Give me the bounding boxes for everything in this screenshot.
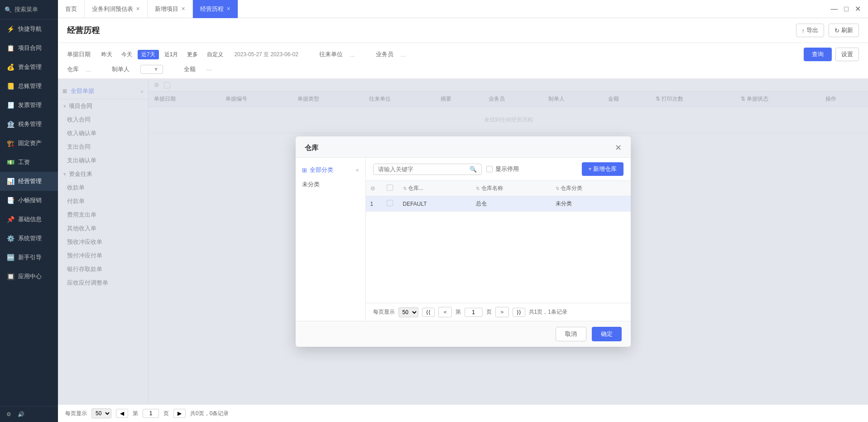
refresh-label: 刷新: [841, 26, 853, 34]
modal-page-suffix: 页: [486, 308, 492, 316]
sidebar-item-tax[interactable]: 🏦 税务管理: [0, 115, 58, 134]
modal-collapse-icon[interactable]: «: [356, 167, 359, 173]
date-tab-more[interactable]: 更多: [183, 50, 201, 59]
export-icon: ↑: [802, 27, 805, 34]
modal-body: ⊞ 全部分类 « 未分类: [296, 158, 631, 321]
bottom-bar: 每页显示 50 ◀ 第 页 ▶ 共0页，0条记录: [58, 404, 868, 422]
sort-icon-code[interactable]: ⇅: [403, 186, 407, 191]
guide-icon: 🆕: [6, 253, 14, 262]
tab-new-project[interactable]: 新增项目 ✕: [148, 0, 193, 18]
category-label: 未分类: [302, 181, 320, 188]
refresh-button[interactable]: ↻ 刷新: [829, 24, 859, 37]
modal-all-categories[interactable]: ⊞ 全部分类 «: [296, 162, 365, 178]
page-actions: ↑ 导出 ↻ 刷新: [796, 24, 859, 37]
tab-home[interactable]: 首页: [58, 0, 85, 18]
modal-search-box[interactable]: 🔍: [373, 164, 482, 175]
sort-icon-name[interactable]: ⇅: [476, 186, 480, 191]
sidebar-item-project-contract[interactable]: 📋 项目合同: [0, 39, 58, 58]
maximize-button[interactable]: □: [844, 5, 849, 13]
modal-last-page-btn[interactable]: ⟩⟩: [513, 308, 525, 317]
tab-profit-close[interactable]: ✕: [136, 6, 140, 12]
date-tab-today[interactable]: 今天: [118, 50, 136, 59]
bottom-total-label: 共0页，0条记录: [190, 410, 229, 417]
modal-gear-icon[interactable]: ⚙: [370, 185, 375, 192]
sidebar-item-label: 固定资产: [18, 139, 42, 147]
sidebar-item-invoice[interactable]: 🧾 发票管理: [0, 96, 58, 115]
date-tab-7days[interactable]: 近7天: [138, 50, 159, 59]
modal-search-input[interactable]: [378, 166, 467, 173]
modal-select-all-checkbox[interactable]: [387, 184, 393, 191]
audio-icon[interactable]: 🔊: [18, 411, 24, 417]
bottom-page-size-select[interactable]: 50: [91, 408, 111, 418]
sidebar-item-business[interactable]: 📊 经营管理: [0, 172, 58, 191]
modal-page-label: 第: [456, 308, 461, 316]
bottom-page-suffix: 页: [163, 410, 169, 417]
maker-select[interactable]: ▼: [140, 65, 163, 74]
sort-icon-category[interactable]: ⇅: [556, 186, 559, 191]
modal-next-page-btn[interactable]: ＞: [495, 307, 509, 317]
row-name: 总仓: [471, 196, 551, 212]
sidebar-item-label: 基础信息: [18, 215, 42, 223]
sidebar-item-xiaochang[interactable]: 📑 小畅报销: [0, 191, 58, 210]
export-label: 导出: [806, 26, 818, 34]
bottom-prev-btn[interactable]: ◀: [116, 409, 128, 418]
all-categories-label: 全部分类: [310, 166, 333, 174]
goto-unit-dots[interactable]: ...: [350, 51, 355, 58]
setting-button[interactable]: 设置: [835, 48, 859, 61]
row-select-checkbox[interactable]: [387, 200, 393, 206]
sidebar-item-label: 应用中心: [18, 272, 42, 281]
sidebar-search[interactable]: 🔍 搜索菜单: [0, 0, 58, 19]
sidebar-item-fund-management[interactable]: 💰 资金管理: [0, 58, 58, 77]
date-tab-custom[interactable]: 自定义: [203, 50, 227, 59]
tab-business-history[interactable]: 经营历程 ✕: [193, 0, 238, 18]
sidebar-item-salary[interactable]: 💵 工资: [0, 153, 58, 172]
date-tabs: 昨天 今天 近7天 近1月 更多 自定义: [98, 50, 227, 59]
modal-page-input[interactable]: [465, 308, 483, 317]
warehouse-dots[interactable]: ...: [86, 66, 91, 73]
tab-business-history-label: 经营历程: [200, 5, 224, 13]
salesperson-dots[interactable]: ...: [401, 51, 406, 58]
minimize-button[interactable]: —: [830, 5, 838, 13]
modal-footer: 取消 确定: [296, 321, 631, 347]
window-controls: — □ ✕: [830, 5, 868, 13]
modal-prev-page-btn[interactable]: ＜: [438, 307, 452, 317]
modal-col-gear: ⚙: [366, 181, 382, 196]
show-disabled-checkbox[interactable]: [486, 166, 493, 172]
modal-close-button[interactable]: ✕: [615, 143, 622, 153]
tab-new-project-close[interactable]: ✕: [181, 6, 185, 12]
show-disabled-option: 显示停用: [486, 165, 519, 173]
query-button[interactable]: 查询: [804, 48, 832, 61]
sidebar-item-quick-nav[interactable]: ⚡ 快捷导航: [0, 19, 58, 39]
bottom-page-input[interactable]: [143, 409, 159, 418]
sidebar-item-label: 系统管理: [18, 234, 42, 243]
modal-category-unclassified[interactable]: 未分类: [296, 178, 365, 191]
filter-row-1: 单据日期 昨天 今天 近7天 近1月 更多 自定义 2023-05-27 至 2…: [67, 48, 859, 61]
sidebar-item-basic-info[interactable]: 📌 基础信息: [0, 210, 58, 229]
sidebar-bottom: ⚙ 🔊: [0, 406, 58, 422]
modal-col-code: ⇅ 仓库...: [398, 181, 472, 196]
sidebar-item-app-center[interactable]: 🔲 应用中心: [0, 267, 58, 286]
sidebar-item-guide[interactable]: 🆕 新手引导: [0, 248, 58, 267]
modal-page-size-select[interactable]: 50: [398, 307, 418, 317]
add-warehouse-button[interactable]: + 新增仓库: [582, 162, 623, 176]
modal-first-page-btn[interactable]: ⟨⟨: [422, 308, 435, 317]
sidebar-item-fixed-assets[interactable]: 🏗️ 固定资产: [0, 134, 58, 153]
date-tab-1month[interactable]: 近1月: [161, 50, 182, 59]
export-button[interactable]: ↑ 导出: [796, 24, 825, 37]
tab-business-close[interactable]: ✕: [226, 6, 230, 12]
cancel-button[interactable]: 取消: [556, 327, 586, 341]
tab-profit-estimate[interactable]: 业务利润预估表 ✕: [85, 0, 148, 18]
page-title: 经营历程: [67, 25, 100, 36]
confirm-button[interactable]: 确定: [592, 327, 622, 341]
system-icon: ⚙️: [6, 234, 14, 243]
sidebar-item-system[interactable]: ⚙️ 系统管理: [0, 229, 58, 248]
date-filter-label: 单据日期: [67, 50, 91, 58]
date-tab-yesterday[interactable]: 昨天: [98, 50, 116, 59]
settings-icon[interactable]: ⚙: [6, 411, 11, 417]
sidebar-item-general-ledger[interactable]: 📒 总账管理: [0, 77, 58, 96]
modal-pagination: 每页显示 50 ⟨⟨ ＜ 第 页 ＞: [366, 303, 631, 321]
table-row[interactable]: 1 DEFAULT 总仓 未分类: [366, 196, 631, 212]
assets-icon: 🏗️: [6, 139, 14, 147]
bottom-next-btn[interactable]: ▶: [173, 409, 186, 418]
close-button[interactable]: ✕: [855, 5, 861, 13]
